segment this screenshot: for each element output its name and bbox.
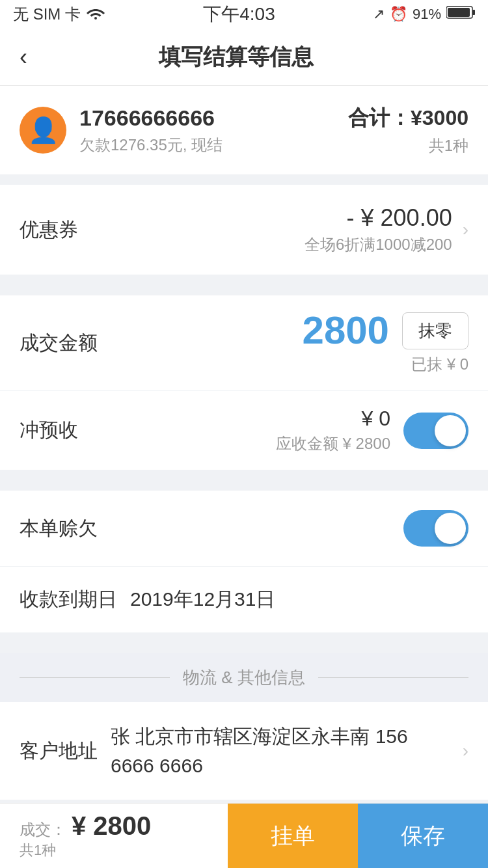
wifi-icon — [86, 5, 105, 23]
prepayment-row: 冲预收 ¥ 0 应收金额 ¥ 2800 — [0, 391, 488, 470]
divider-1 — [0, 285, 488, 295]
transaction-amount: 2800 — [303, 311, 389, 350]
due-date-value: 2019年12月31日 — [130, 586, 275, 613]
coupon-desc: 全场6折满1000减200 — [305, 234, 452, 255]
logistics-label: 物流 & 其他信息 — [170, 666, 318, 689]
coupon-value: - ¥ 200.00 全场6折满1000减200 — [98, 204, 452, 255]
footer-info: 成交： ¥ 2800 共1种 — [0, 811, 228, 860]
user-phone: 17666666666 — [79, 105, 348, 131]
address-value: 张 北京市市辖区海淀区永丰南 156 6666 6666 — [111, 722, 452, 780]
footer-transaction-label: 成交： — [20, 819, 66, 840]
round-button[interactable]: 抹零 — [402, 312, 468, 349]
prepayment-label: 冲预收 — [20, 417, 276, 444]
signal-text: 无 SIM 卡 — [13, 4, 81, 25]
toggle-knob — [435, 415, 466, 446]
transaction-row: 成交金额 2800 抹零 已抹 ¥ 0 — [0, 295, 488, 391]
prepayment-toggle[interactable] — [403, 413, 468, 449]
page-title: 填写结算等信息 — [40, 42, 432, 72]
nav-bar: ‹ 填写结算等信息 — [0, 29, 488, 86]
footer-amount: ¥ 2800 — [72, 811, 151, 841]
transaction-sub: 已抹 ¥ 0 — [411, 354, 468, 375]
due-date-label: 收款到期日 — [20, 586, 117, 613]
footer-count: 共1种 — [20, 841, 208, 860]
divider-3 — [0, 643, 488, 653]
avatar: 👤 — [20, 107, 66, 154]
coupon-section: 优惠券 - ¥ 200.00 全场6折满1000减200 › — [0, 185, 488, 275]
divider-2 — [0, 480, 488, 491]
total-count: 共1种 — [348, 135, 468, 156]
user-info-section: 👤 17666666666 欠款1276.35元, 现结 合计：¥3000 共1… — [0, 86, 488, 174]
sep-line-left — [20, 677, 170, 678]
coupon-label: 优惠券 — [20, 217, 98, 243]
prepayment-amount: ¥ 0 — [362, 407, 390, 431]
alarm-icon: ⏰ — [390, 6, 407, 23]
user-debt: 欠款1276.35元, 现结 — [79, 135, 348, 156]
chevron-right-icon: › — [463, 219, 468, 240]
battery-text: 91% — [413, 6, 441, 23]
status-time: 下午4:03 — [203, 2, 275, 27]
user-info-left: 17666666666 欠款1276.35元, 现结 — [79, 105, 348, 156]
status-bar: 无 SIM 卡 下午4:03 ↗ ⏰ 91% — [0, 0, 488, 29]
address-row[interactable]: 客户地址 张 北京市市辖区海淀区永丰南 156 6666 6666 › — [0, 702, 488, 800]
due-date-row: 收款到期日 2019年12月31日 — [0, 566, 488, 632]
svg-rect-1 — [472, 10, 475, 15]
sep-line-right — [318, 677, 468, 678]
address-label: 客户地址 — [20, 738, 98, 765]
debt-label: 本单赊欠 — [20, 515, 403, 542]
battery-icon — [446, 5, 475, 23]
coupon-amount: - ¥ 200.00 — [347, 204, 452, 232]
svg-rect-2 — [448, 8, 470, 17]
logistics-separator: 物流 & 其他信息 — [0, 653, 488, 702]
footer: 成交： ¥ 2800 共1种 挂单 保存 — [0, 803, 488, 868]
debt-row: 本单赊欠 — [0, 491, 488, 566]
debt-toggle-knob — [435, 513, 466, 544]
back-button[interactable]: ‹ — [20, 44, 40, 71]
location-icon: ↗ — [373, 6, 385, 23]
coupon-row[interactable]: 优惠券 - ¥ 200.00 全场6折满1000减200 › — [0, 185, 488, 275]
avatar-icon: 👤 — [28, 116, 59, 144]
prepayment-sub: 应收金额 ¥ 2800 — [276, 433, 390, 454]
footer-label-row: 成交： ¥ 2800 — [20, 811, 208, 841]
transaction-label: 成交金额 — [20, 330, 303, 357]
debt-toggle[interactable] — [403, 510, 468, 547]
transaction-section: 成交金额 2800 抹零 已抹 ¥ 0 冲预收 ¥ 0 应收金额 ¥ 2800 — [0, 295, 488, 470]
total-amount: 合计：¥3000 — [348, 104, 468, 133]
prepayment-right: ¥ 0 应收金额 ¥ 2800 — [276, 407, 390, 454]
status-left: 无 SIM 卡 — [13, 4, 105, 25]
address-chevron-icon: › — [463, 740, 468, 761]
status-right: ↗ ⏰ 91% — [373, 5, 475, 23]
debt-section: 本单赊欠 收款到期日 2019年12月31日 — [0, 491, 488, 632]
user-info-right: 合计：¥3000 共1种 — [348, 104, 468, 156]
save-button[interactable]: 保存 — [358, 804, 488, 869]
pending-button[interactable]: 挂单 — [228, 804, 358, 869]
